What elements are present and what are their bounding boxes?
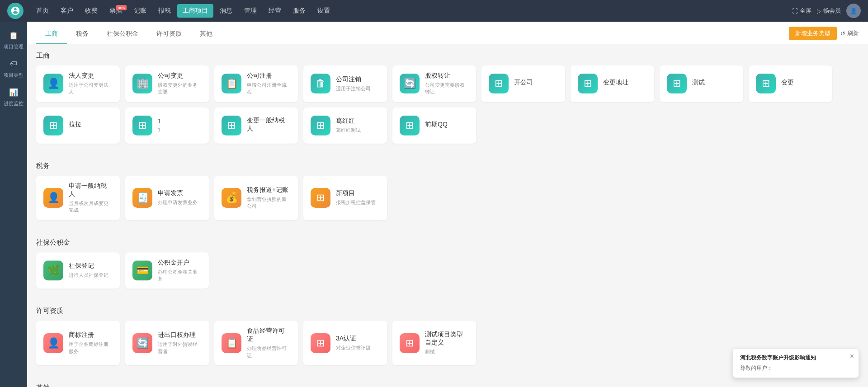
card-info: 社保登记 进行人员社保登记 — [69, 262, 113, 279]
card-info: 变更一般纳税人 — [247, 117, 291, 135]
tab-许可资质[interactable]: 许可资质 — [147, 24, 191, 44]
card-desc: 报税加税控盘保管 — [336, 199, 380, 206]
card-icon: 🔄 — [400, 74, 420, 93]
card-title: 公积金开户 — [158, 259, 202, 267]
card-申请一般纳税人[interactable]: 👤 申请一般纳税人 当月或次月成变更完成 — [36, 176, 120, 220]
card-title: 法人变更 — [69, 72, 113, 80]
member-label: 畅会员 — [823, 7, 841, 15]
sidebar-item-0[interactable]: 📋 项目管理 — [1, 25, 26, 54]
cards-grid: 👤 申请一般纳税人 当月或次月成变更完成 🧾 申请发票 办理申请发票业务 💰 税… — [36, 176, 859, 220]
card-title: 公司注册 — [247, 72, 291, 80]
sidebar-label: 进度监控 — [4, 100, 24, 107]
nav-item-首页[interactable]: 首页 — [31, 4, 54, 18]
card-变更地址[interactable]: ⊞ 变更地址 — [571, 65, 654, 102]
section-title: 其他 — [36, 383, 859, 387]
nav-item-工商项目[interactable]: 工商项目 — [177, 4, 213, 18]
card-icon: ⊞ — [489, 74, 509, 93]
nav-item-票据[interactable]: 票据new — [104, 4, 127, 18]
nav-item-设置[interactable]: 设置 — [312, 4, 335, 18]
card-info: 葛红红 葛红红测试 — [336, 117, 380, 134]
card-icon: ⊞ — [311, 188, 330, 208]
card-测试项目类型自定义[interactable]: ⊞ 测试项目类型自定义 测试 — [392, 321, 476, 365]
tab-bar: 工商税务社保公积金许可资质其他 新增业务类型 ↺ 刷新 — [27, 22, 868, 44]
fullscreen-button[interactable]: ⛶ 全屏 — [792, 7, 811, 15]
card-法人变更[interactable]: 👤 法人变更 适用于公司变更法人 — [36, 65, 120, 102]
card-变更一般纳税人[interactable]: ⊞ 变更一般纳税人 — [214, 107, 298, 144]
member-button[interactable]: ▷ 畅会员 — [817, 7, 841, 15]
nav-item-收费[interactable]: 收费 — [80, 4, 103, 18]
refresh-icon: ↺ — [840, 30, 845, 37]
card-icon: 👤 — [43, 188, 63, 208]
card-食品经营许可证[interactable]: 📋 食品经营许可证 办理食品经营许可证 — [214, 321, 298, 365]
card-icon: ⊞ — [222, 116, 241, 135]
card-info: 变更 — [781, 79, 825, 89]
tab-工商[interactable]: 工商 — [36, 24, 67, 44]
section-title: 工商 — [36, 51, 859, 60]
card-desc: 申请公司注册全流程 — [247, 82, 291, 96]
card-前期QQ[interactable]: ⊞ 前期QQ — [392, 107, 476, 144]
card-info: 前期QQ — [425, 121, 469, 131]
card-公司注销[interactable]: 🗑 公司注销 适用于注销公司 — [303, 65, 387, 102]
card-desc: 适用于注销公司 — [336, 85, 380, 92]
card-title: 税务报道+记账 — [247, 186, 291, 194]
card-info: 测试项目类型自定义 测试 — [425, 331, 469, 355]
card-desc: 1 — [158, 126, 202, 133]
sidebar-item-2[interactable]: 📊 进度监控 — [1, 82, 26, 111]
tab-其他[interactable]: 其他 — [191, 24, 222, 44]
card-商标注册[interactable]: 👤 商标注册 用于企业商标注册服务 — [36, 321, 120, 365]
card-title: 申请一般纳税人 — [69, 182, 113, 198]
card-公司注册[interactable]: 📋 公司注册 申请公司注册全流程 — [214, 65, 298, 102]
card-葛红红[interactable]: ⊞ 葛红红 葛红红测试 — [303, 107, 387, 144]
new-type-button[interactable]: 新增业务类型 — [789, 27, 837, 40]
card-info: 拉拉 — [69, 121, 113, 131]
card-desc: 当月或次月成变更完成 — [69, 200, 113, 214]
card-icon: ⊞ — [132, 116, 152, 135]
card-info: 测试 — [692, 79, 736, 89]
refresh-button[interactable]: ↺ 刷新 — [840, 29, 859, 37]
card-desc: 办理公积金相关业务 — [158, 269, 202, 283]
card-title: 1 — [158, 117, 202, 125]
tab-社保公积金[interactable]: 社保公积金 — [98, 24, 147, 44]
card-进出口权办理[interactable]: 🔄 进出口权办理 适用于对外贸易经营者 — [125, 321, 209, 365]
logo[interactable] — [7, 3, 24, 19]
nav-item-记账[interactable]: 记账 — [128, 4, 152, 18]
card-公积金开户[interactable]: 💳 公积金开户 办理公积金相关业务 — [125, 252, 209, 289]
sidebar-item-1[interactable]: 🏷 项目类型 — [1, 54, 26, 82]
card-开公司[interactable]: ⊞ 开公司 — [481, 65, 565, 102]
notification-close-button[interactable]: × — [850, 352, 854, 360]
card-变更[interactable]: ⊞ 变更 — [749, 65, 832, 102]
card-title: 测试项目类型自定义 — [425, 331, 469, 347]
nav-item-报税[interactable]: 报税 — [153, 4, 176, 18]
card-title: 食品经营许可证 — [247, 327, 291, 343]
card-测试[interactable]: ⊞ 测试 — [660, 65, 743, 102]
nav-item-客户[interactable]: 客户 — [55, 4, 79, 18]
nav-item-管理[interactable]: 管理 — [239, 4, 262, 18]
card-公司变更[interactable]: 🏢 公司变更 股权变更外的业务变更 — [125, 65, 209, 102]
card-拉拉[interactable]: ⊞ 拉拉 — [36, 107, 120, 144]
card-1[interactable]: ⊞ 1 1 — [125, 107, 209, 144]
cards-grid: 🌿 社保登记 进行人员社保登记 💳 公积金开户 办理公积金相关业务 — [36, 252, 859, 289]
card-3A认证[interactable]: ⊞ 3A认证 对企业信誉评级 — [303, 321, 387, 365]
card-新项目[interactable]: ⊞ 新项目 报税加税控盘保管 — [303, 176, 387, 220]
card-info: 商标注册 用于企业商标注册服务 — [69, 331, 113, 355]
card-info: 食品经营许可证 办理食品经营许可证 — [247, 327, 291, 359]
nav-item-经营[interactable]: 经营 — [263, 4, 287, 18]
nav-item-消息[interactable]: 消息 — [214, 4, 238, 18]
avatar[interactable]: 👤 — [846, 4, 861, 18]
card-desc: 用于企业商标注册服务 — [69, 341, 113, 355]
nav-item-服务[interactable]: 服务 — [288, 4, 311, 18]
card-税务报道+记账[interactable]: 💰 税务报道+记账 拿到营业执照的新公司 — [214, 176, 298, 220]
card-icon: ⊞ — [667, 74, 687, 93]
card-icon: 🧾 — [132, 188, 152, 208]
card-desc: 办理食品经营许可证 — [247, 345, 291, 359]
card-title: 葛红红 — [336, 117, 380, 125]
card-desc: 拿到营业执照的新公司 — [247, 196, 291, 210]
card-社保登记[interactable]: 🌿 社保登记 进行人员社保登记 — [36, 252, 120, 289]
tab-税务[interactable]: 税务 — [67, 24, 98, 44]
card-title: 变更 — [781, 79, 825, 87]
sidebar-icon: 📋 — [7, 29, 20, 42]
card-申请发票[interactable]: 🧾 申请发票 办理申请发票业务 — [125, 176, 209, 220]
card-title: 股权转让 — [425, 72, 469, 80]
card-info: 公积金开户 办理公积金相关业务 — [158, 259, 202, 283]
card-股权转让[interactable]: 🔄 股权转让 公司变更需要股权转让 — [392, 65, 476, 102]
